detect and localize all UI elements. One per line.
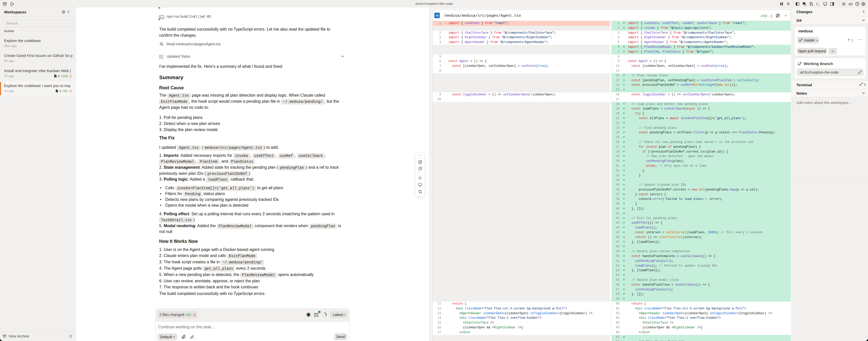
svg-text:TS: TS — [436, 14, 439, 17]
